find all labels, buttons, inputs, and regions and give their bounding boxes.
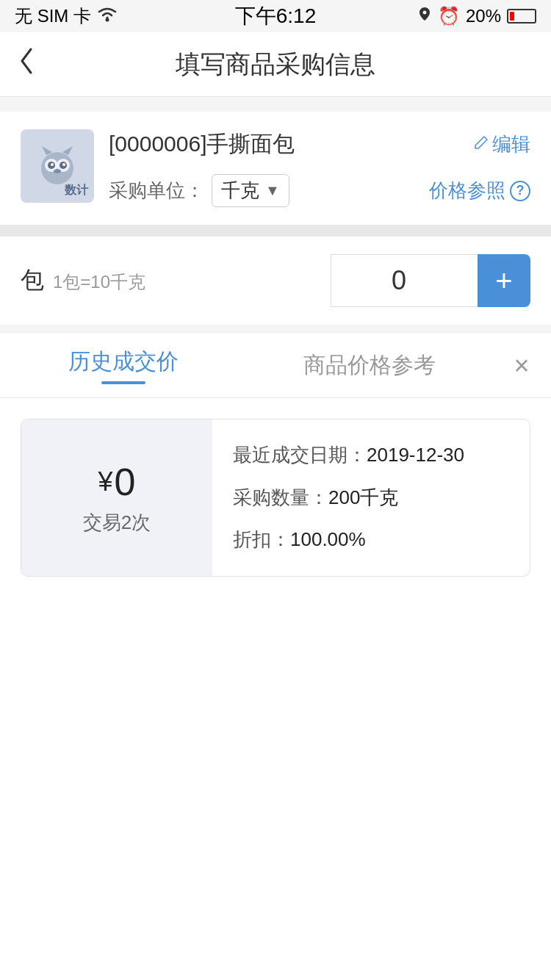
- price-amount: 0: [115, 461, 136, 503]
- quantity-input[interactable]: [331, 254, 478, 307]
- product-card: 数计 [0000006]手撕面包 编辑 采购单位： 千克 ▼: [0, 112, 551, 225]
- wifi-icon: [97, 6, 118, 26]
- battery-percent: 20%: [466, 6, 501, 26]
- tab-reference-label: 商品价格参考: [303, 350, 436, 381]
- price-ref-label: 价格参照: [429, 178, 505, 203]
- edit-icon: [473, 134, 489, 155]
- tab-close-button[interactable]: ×: [492, 334, 551, 398]
- quantity-input-row: +: [331, 254, 530, 307]
- recent-date-value: 2019-12-30: [367, 444, 464, 466]
- product-thumbnail: 数计: [21, 129, 94, 203]
- status-bar: 无 SIM 卡 下午6:12 ⏰ 20%: [0, 0, 551, 32]
- chevron-down-icon: ▼: [265, 182, 280, 199]
- unit-row: 采购单位： 千克 ▼ 价格参照 ?: [109, 174, 530, 207]
- page-title: 填写商品采购信息: [176, 48, 375, 82]
- close-icon: ×: [514, 350, 529, 381]
- help-icon: ?: [510, 181, 530, 201]
- unit-select[interactable]: 千克 ▼: [212, 174, 289, 207]
- discount-value: 100.00%: [290, 528, 366, 550]
- plus-icon: +: [495, 264, 512, 298]
- quantity-value-detail: 200千克: [328, 486, 398, 508]
- price-display: ¥0: [98, 460, 136, 504]
- section-divider: [0, 225, 551, 237]
- recent-date-label: 最近成交日期：: [233, 444, 367, 466]
- tab-history-price[interactable]: 历史成交价: [0, 334, 246, 398]
- svg-point-0: [106, 18, 109, 22]
- battery-icon: [507, 9, 536, 24]
- price-ref-link[interactable]: 价格参照 ?: [429, 178, 530, 203]
- product-name: [0000006]手撕面包: [109, 129, 295, 159]
- tab-active-indicator: [101, 381, 145, 384]
- currency-symbol: ¥: [98, 466, 113, 497]
- price-card-right: 最近成交日期：2019-12-30 采购数量：200千克 折扣：100.00%: [212, 419, 530, 576]
- bottom-space: [0, 597, 551, 980]
- back-button[interactable]: [18, 46, 35, 82]
- quantity-label-detail: 采购数量：: [233, 486, 328, 508]
- product-title-row: [0000006]手撕面包 编辑: [109, 129, 530, 159]
- price-transactions: 交易2次: [83, 510, 151, 536]
- price-card-left: ¥0 交易2次: [21, 419, 212, 576]
- discount-label: 折扣：: [233, 528, 290, 550]
- location-icon: [417, 6, 432, 26]
- tab-history-label: 历史成交价: [68, 347, 179, 377]
- sim-label: 无 SIM 卡: [15, 4, 91, 28]
- price-cards-container: ¥0 交易2次 最近成交日期：2019-12-30 采购数量：200千克 折扣：…: [0, 398, 551, 597]
- status-left: 无 SIM 卡: [15, 4, 118, 28]
- alarm-icon: ⏰: [438, 6, 460, 26]
- edit-label: 编辑: [492, 131, 530, 157]
- product-info: [0000006]手撕面包 编辑 采购单位： 千克 ▼ 价格参照: [109, 129, 530, 207]
- tab-product-price-reference[interactable]: 商品价格参考: [246, 334, 492, 398]
- quantity-plus-button[interactable]: +: [478, 254, 530, 307]
- status-time: 下午6:12: [235, 2, 317, 30]
- quantity-unit-sub: 1包=10千克: [53, 270, 145, 294]
- status-right: ⏰ 20%: [417, 6, 536, 26]
- svg-point-8: [54, 169, 61, 173]
- quantity-unit-main: 包: [21, 264, 44, 297]
- svg-point-6: [51, 163, 54, 166]
- svg-point-7: [62, 163, 65, 166]
- recent-date-row: 最近成交日期：2019-12-30: [233, 440, 509, 471]
- tab-section: 历史成交价 商品价格参考 × ¥0 交易2次 最近成交日期：2019-12-30: [0, 334, 551, 597]
- quantity-row: 包 1包=10千克 +: [0, 237, 551, 325]
- quantity-label: 包 1包=10千克: [21, 264, 145, 297]
- nav-bar: 填写商品采购信息: [0, 32, 551, 97]
- edit-link[interactable]: 编辑: [473, 131, 530, 157]
- thumbnail-label: 数计: [65, 183, 88, 198]
- tab-bar: 历史成交价 商品价格参考 ×: [0, 334, 551, 398]
- unit-label: 采购单位：: [109, 178, 204, 203]
- discount-row: 折扣：100.00%: [233, 525, 509, 555]
- price-card: ¥0 交易2次 最近成交日期：2019-12-30 采购数量：200千克 折扣：…: [21, 419, 530, 577]
- unit-value: 千克: [221, 178, 259, 203]
- purchase-quantity-row: 采购数量：200千克: [233, 483, 509, 514]
